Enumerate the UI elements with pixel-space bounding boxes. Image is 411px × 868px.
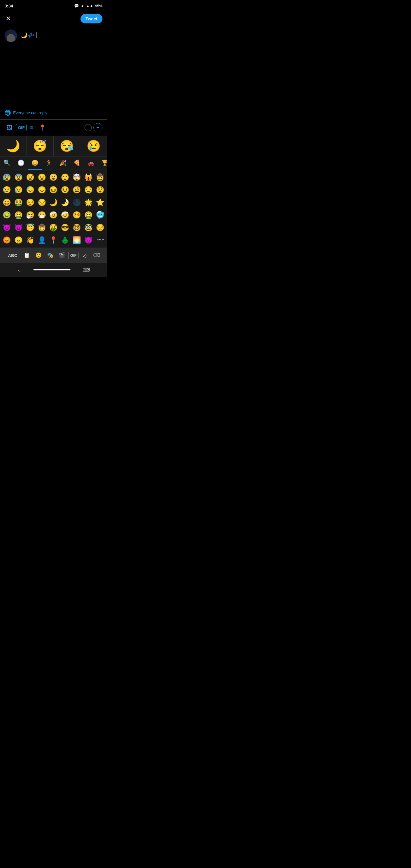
wifi-icon: ▲ xyxy=(81,4,84,8)
emoji-cell[interactable]: 😧 xyxy=(25,171,36,184)
emoji-cell[interactable]: 🤠 xyxy=(94,171,106,184)
emoji-suggest-2[interactable]: 😴 xyxy=(27,136,54,156)
emoji-cell[interactable]: ⭐ xyxy=(94,196,106,209)
globe-icon: 🌐 xyxy=(5,110,11,116)
abc-button[interactable]: ABC xyxy=(5,251,21,260)
emoji-cell[interactable]: 😷 xyxy=(36,209,48,221)
emoji-cell[interactable]: 🥸 xyxy=(83,221,94,234)
emoji-cell[interactable]: 😥 xyxy=(13,184,25,196)
emoji-cell[interactable]: 😒 xyxy=(36,196,48,209)
emoji-suggest-3[interactable]: 😪 xyxy=(54,136,81,156)
emoji-cell[interactable]: 🌛 xyxy=(59,196,71,209)
animated-button[interactable]: 🎬 xyxy=(57,250,67,261)
emoji-cell[interactable]: 😖 xyxy=(48,184,59,196)
emoji-cell[interactable]: 😡 xyxy=(1,234,13,246)
emoji-cell[interactable]: 🤕 xyxy=(59,209,71,221)
emoji-cell[interactable]: 🤧 xyxy=(25,209,36,221)
emoji-cell[interactable]: 🤯 xyxy=(71,171,83,184)
compose-area: 🌙💤 xyxy=(0,26,107,106)
keyboard-switch-button[interactable]: ⌨ xyxy=(83,267,90,273)
status-icons: 💬 ▲ ▲▲ 95% xyxy=(74,4,102,8)
emoji-cell[interactable]: 🌙 xyxy=(48,196,59,209)
emoji-cell[interactable]: 🤓 xyxy=(71,221,83,234)
keyboard-bottom-bar: ABC 📋 😊 🎭 🎬 GIF :-) ⌫ xyxy=(0,248,107,263)
reply-setting[interactable]: 🌐 Everyone can reply xyxy=(0,106,107,120)
delete-button[interactable]: ⌫ xyxy=(91,250,102,261)
emoji-cell[interactable]: 🙀 xyxy=(83,171,94,184)
emoji-cell[interactable]: 😣 xyxy=(59,184,71,196)
image-button[interactable]: 🖼 xyxy=(5,122,15,133)
emoji-cell[interactable]: 📍 xyxy=(48,234,59,246)
emoji-cell[interactable]: 😲 xyxy=(59,171,71,184)
battery-icon: 95% xyxy=(95,4,102,8)
clipboard-button[interactable]: 📋 xyxy=(22,250,32,261)
avatar-figure xyxy=(7,34,15,42)
emoji-cell[interactable]: 🤑 xyxy=(48,221,59,234)
cat-recent[interactable]: 🕐 xyxy=(14,156,28,169)
emoji-cell[interactable]: 😈 xyxy=(83,234,94,246)
emoji-cell[interactable]: 😵 xyxy=(94,184,106,196)
emoji-cell[interactable]: 😒 xyxy=(94,221,106,234)
emoji-cell[interactable]: 😰 xyxy=(1,171,13,184)
emoji-cell[interactable]: 😦 xyxy=(36,171,48,184)
emoji-cell[interactable]: 🤮 xyxy=(13,196,25,209)
cat-travel[interactable]: 🚗 xyxy=(84,156,98,169)
cat-objects[interactable]: 🏆 xyxy=(98,156,107,169)
tweet-button[interactable]: Tweet xyxy=(81,14,102,23)
compose-input[interactable]: 🌙💤 xyxy=(21,29,102,102)
emoji-cell[interactable]: 🤮 xyxy=(83,209,94,221)
emoji-cell[interactable]: 🌟 xyxy=(83,196,94,209)
emoji-suggest-4[interactable]: 😢 xyxy=(80,136,107,156)
emoji-cell[interactable]: 😇 xyxy=(25,221,36,234)
char-counter xyxy=(84,124,92,132)
location-button[interactable]: 📍 xyxy=(37,122,49,133)
emoji-cell[interactable]: 🤮 xyxy=(13,209,25,221)
nav-bar: ⌄ ⌨ xyxy=(0,263,107,277)
add-content-button[interactable]: + xyxy=(93,123,102,132)
emoji-cell[interactable]: 😔 xyxy=(25,196,36,209)
emoji-cell[interactable]: 〰 xyxy=(94,234,106,246)
cat-search[interactable]: 🔍 xyxy=(0,156,14,169)
emoji-cell[interactable]: 🌅 xyxy=(71,234,83,246)
emoji-cell[interactable]: 😠 xyxy=(13,234,25,246)
gif-keyboard-button[interactable]: GIF xyxy=(68,252,78,259)
emoji-cell[interactable]: 🤠 xyxy=(36,221,48,234)
emoji-cell[interactable]: 🤕 xyxy=(48,209,59,221)
emoji-cell[interactable]: 🤤 xyxy=(83,184,94,196)
emoji-cell[interactable]: 😎 xyxy=(59,221,71,234)
close-button[interactable]: ✕ xyxy=(5,14,12,23)
status-time: 3:34 xyxy=(5,3,13,8)
emoji-cell[interactable]: 😢 xyxy=(1,184,13,196)
emoji-cell[interactable]: 👿 xyxy=(13,221,25,234)
emoji-cell[interactable]: 😞 xyxy=(36,184,48,196)
emoji-keyboard: 🔍 🕐 😀 🏃 🎉 🍕 🚗 🏆 💡 ⚙ 🚩 😰 😨 😧 😦 😮 😲 🤯 🙀 🤠 … xyxy=(0,156,107,248)
sticker-button[interactable]: 🎭 xyxy=(45,250,56,261)
kaomoji-button[interactable]: :-) xyxy=(80,251,90,260)
emoji-cell[interactable]: 👤 xyxy=(36,234,48,246)
emoji-cell[interactable]: 😀 xyxy=(1,196,13,209)
emoji-cell[interactable]: 🥶 xyxy=(94,209,106,221)
tweet-text: 🌙💤 xyxy=(21,31,102,39)
gif-button[interactable]: GIF xyxy=(16,124,27,131)
compose-toolbar: 🖼 GIF ≡ 📍 + xyxy=(0,120,107,136)
avatar-image xyxy=(5,29,17,42)
emoji-cell[interactable]: 😈 xyxy=(1,221,13,234)
cat-people[interactable]: 🏃 xyxy=(42,156,56,169)
emoji-cell[interactable]: 🌲 xyxy=(59,234,71,246)
cat-food[interactable]: 🍕 xyxy=(70,156,84,169)
emoji-cell[interactable]: 🌑 xyxy=(71,196,83,209)
emoji-suggest-1[interactable]: 🌙 xyxy=(0,136,27,156)
poll-button[interactable]: ≡ xyxy=(28,122,36,133)
emoji-cell[interactable]: 🤒 xyxy=(71,209,83,221)
cat-faces[interactable]: 😀 xyxy=(28,156,42,169)
reply-text: Everyone can reply xyxy=(13,111,48,115)
emoji-cell[interactable]: 😩 xyxy=(71,184,83,196)
emoji-cell[interactable]: 😓 xyxy=(25,184,36,196)
emoji-cell[interactable]: 👋 xyxy=(25,234,36,246)
cat-activities[interactable]: 🎉 xyxy=(56,156,70,169)
emoji-cell[interactable]: 🤢 xyxy=(1,209,13,221)
emoji-cell[interactable]: 😮 xyxy=(48,171,59,184)
emoji-cell[interactable]: 😨 xyxy=(13,171,25,184)
chevron-down-button[interactable]: ⌄ xyxy=(17,267,22,273)
emoji-tab-button[interactable]: 😊 xyxy=(33,250,44,261)
